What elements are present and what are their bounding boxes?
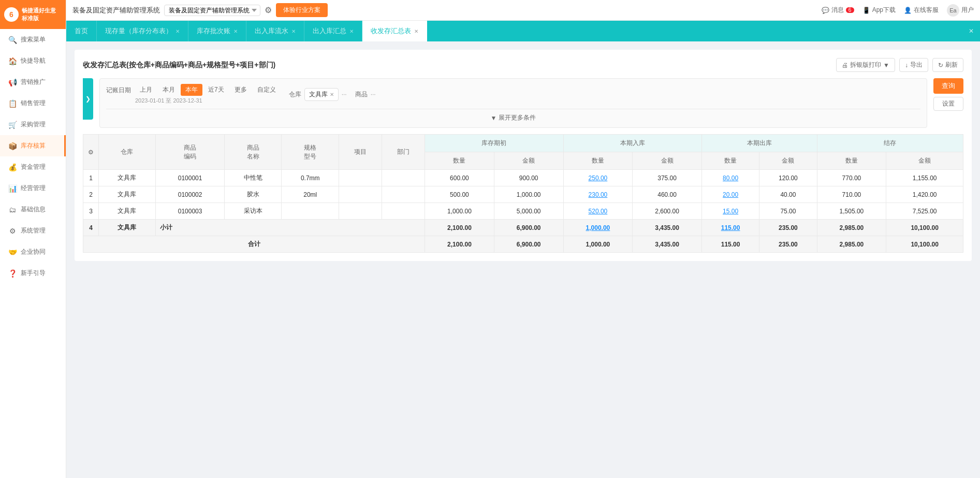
cell-code: 0100002	[155, 186, 225, 203]
sidebar-item-finance[interactable]: 💰 资金管理	[0, 156, 66, 178]
date-7days[interactable]: 近7天	[203, 84, 229, 96]
sidebar-item-enterprise[interactable]: 🤝 企业协同	[0, 241, 66, 263]
warehouse-tag-text: 文具库	[309, 90, 328, 99]
trial-button[interactable]: 体验行业方案	[276, 3, 328, 17]
sidebar-item-operations[interactable]: 📊 经营管理	[0, 178, 66, 199]
warehouse-dots[interactable]: ···	[342, 91, 347, 98]
refresh-button[interactable]: ↻ 刷新	[932, 58, 963, 72]
tab-stock-summary[interactable]: 收发存汇总表 ✕	[362, 21, 427, 41]
footer-open-amt: 6,900.00	[494, 236, 563, 253]
date-label: 记账日期	[106, 86, 131, 95]
cell-out-qty[interactable]: 20.00	[701, 186, 759, 203]
print-icon: 🖨	[842, 62, 848, 69]
sidebar-item-purchase[interactable]: 🛒 采购管理	[0, 114, 66, 135]
filter-settings-button[interactable]: 设置	[933, 97, 963, 111]
col-settings-header[interactable]: ⚙	[83, 135, 99, 170]
subtotal-bal-amt: 10,100.00	[886, 220, 963, 236]
cell-name: 采访本	[225, 203, 282, 220]
inventory-icon: 📦	[8, 142, 17, 150]
date-custom[interactable]: 自定义	[253, 84, 281, 96]
date-this-year[interactable]: 本年	[181, 84, 202, 96]
sidebar-item-quick-nav[interactable]: 🏠 快捷导航	[0, 50, 66, 71]
subtotal-bal-qty: 2,985.00	[817, 220, 886, 236]
date-more[interactable]: 更多	[230, 84, 252, 96]
warehouse-tag-close[interactable]: ✕	[330, 92, 334, 97]
app-download-action[interactable]: 📱 App下载	[862, 6, 896, 15]
subtotal-row: 4 文具库 小计 2,100.00 6,900.00 1,000.00 3,43…	[83, 220, 963, 236]
main-content: 收发存汇总表(按仓库+商品编码+商品+规格型号+项目+部门) 🖨 拆银版打印 ▼…	[66, 41, 980, 478]
cell-out-amt: 40.00	[759, 186, 817, 203]
col-code-header: 商品编码	[155, 135, 225, 170]
page-title: 收发存汇总表(按仓库+商品编码+商品+规格型号+项目+部门)	[83, 61, 275, 70]
online-support-action[interactable]: 👤 在线客服	[904, 6, 939, 15]
page-header: 收发存汇总表(按仓库+商品编码+商品+规格型号+项目+部门) 🖨 拆银版打印 ▼…	[83, 58, 963, 72]
footer-bal-qty: 2,985.00	[817, 236, 886, 253]
cell-out-qty[interactable]: 80.00	[701, 170, 759, 186]
filter-expand-arrow[interactable]: ❯	[83, 78, 93, 120]
page-container: 收发存汇总表(按仓库+商品编码+商品+规格型号+项目+部门) 🖨 拆银版打印 ▼…	[75, 50, 972, 261]
message-action[interactable]: 💬 消息 6	[822, 6, 854, 15]
sidebar-logo: 6 畅捷通好生意 标准版	[0, 0, 66, 29]
sidebar-item-basic-info[interactable]: 🗂 基础信息	[0, 199, 66, 220]
subtotal-label: 小计	[155, 220, 425, 236]
date-filter: 记账日期 上月 本月 本年 近7天 更多 自定义 20	[106, 84, 281, 105]
subtotal-in-qty[interactable]: 1,000.00	[563, 220, 633, 236]
query-button[interactable]: 查询	[933, 78, 963, 94]
page-actions: 🖨 拆银版打印 ▼ ↓ 导出 ↻ 刷新	[836, 58, 963, 72]
cell-in-amt: 375.00	[633, 170, 702, 186]
table-row: 2 文具库 0100002 胶水 20ml 500.00 1,000.00 23…	[83, 186, 963, 203]
date-range: 2023-01-01 至 2023-12-31	[135, 97, 281, 105]
expand-conditions[interactable]: ▼ 展开更多条件	[106, 109, 920, 122]
tab-close-batch[interactable]: ✕	[233, 28, 238, 34]
cell-out-qty[interactable]: 15.00	[701, 203, 759, 220]
home-icon: 🏠	[8, 57, 17, 65]
col-out-qty-header: 数量	[701, 152, 759, 170]
warehouse-tag: 文具库 ✕	[304, 88, 339, 101]
print-button[interactable]: 🖨 拆银版打印 ▼	[836, 58, 895, 72]
sidebar-item-marketing[interactable]: 📢 营销推广	[0, 71, 66, 93]
filter-panel: 记账日期 上月 本月 本年 近7天 更多 自定义 20	[99, 78, 927, 128]
warehouse-label: 仓库	[289, 90, 301, 99]
filter-actions: 查询 设置	[933, 78, 963, 111]
cell-in-qty[interactable]: 520.00	[563, 203, 633, 220]
sidebar-item-sales[interactable]: 📋 销售管理	[0, 93, 66, 114]
tab-summary[interactable]: 出入库汇总 ✕	[304, 21, 362, 41]
export-button[interactable]: ↓ 导出	[899, 58, 928, 72]
tab-batch[interactable]: 库存批次账 ✕	[188, 21, 246, 41]
date-this-month[interactable]: 本月	[158, 84, 180, 96]
cell-in-qty[interactable]: 230.00	[563, 186, 633, 203]
settings-icon[interactable]: ⚙	[265, 5, 272, 15]
date-last-month[interactable]: 上月	[135, 84, 157, 96]
tab-home[interactable]: 首页	[66, 21, 97, 41]
system-select[interactable]: 装备及固定资产辅助管理系统	[164, 5, 260, 16]
tab-close-inventory-dist[interactable]: ✕	[175, 28, 180, 34]
cell-warehouse: 文具库	[99, 186, 156, 203]
product-dots[interactable]: ···	[371, 91, 376, 98]
subtotal-out-amt: 235.00	[759, 220, 817, 236]
tab-close-all[interactable]: ✕	[962, 27, 980, 35]
sidebar-item-system[interactable]: ⚙ 系统管理	[0, 220, 66, 241]
sidebar-item-guide[interactable]: ❓ 新手引导	[0, 263, 66, 284]
tab-close-stock-summary[interactable]: ✕	[414, 28, 418, 34]
user-action[interactable]: Ea 用户	[947, 4, 974, 17]
tab-inventory-dist[interactable]: 现存量（库存分布表） ✕	[97, 21, 188, 41]
cell-department	[382, 203, 425, 220]
sidebar-item-search[interactable]: 🔍 搜索菜单	[0, 29, 66, 50]
cell-spec: 20ml	[282, 186, 339, 203]
tab-flow[interactable]: 出入库流水 ✕	[246, 21, 304, 41]
cell-open-amt: 5,000.00	[494, 203, 563, 220]
tab-close-flow[interactable]: ✕	[291, 28, 296, 34]
col-spec-header: 规格型号	[282, 135, 339, 170]
subtotal-out-qty[interactable]: 115.00	[701, 220, 759, 236]
topbar-left: 装备及固定资产辅助管理系统 装备及固定资产辅助管理系统 ⚙ 体验行业方案	[72, 3, 328, 17]
sidebar-item-inventory[interactable]: 📦 库存核算	[0, 135, 66, 156]
subtotal-open-qty: 2,100.00	[425, 220, 494, 236]
col-in-header: 本期入库	[563, 135, 701, 152]
col-settings-icon: ⚙	[88, 149, 94, 156]
sidebar-nav: 🔍 搜索菜单 🏠 快捷导航 📢 营销推广 📋 销售管理 🛒 采购管理 📦 库存核…	[0, 29, 66, 478]
cell-open-qty: 600.00	[425, 170, 494, 186]
cell-in-qty[interactable]: 250.00	[563, 170, 633, 186]
topbar: 装备及固定资产辅助管理系统 装备及固定资产辅助管理系统 ⚙ 体验行业方案 💬 消…	[66, 0, 980, 21]
system-icon: ⚙	[8, 227, 17, 235]
tab-close-summary[interactable]: ✕	[349, 28, 354, 34]
